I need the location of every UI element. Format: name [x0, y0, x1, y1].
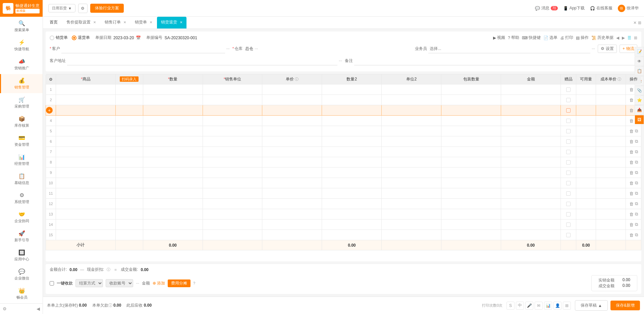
unit2-input[interactable] — [382, 230, 441, 240]
amount-cell[interactable] — [501, 219, 561, 230]
unit-cell[interactable] — [203, 209, 262, 219]
delete-row-icon[interactable]: 🗑 — [629, 108, 634, 113]
quantity-cell[interactable] — [143, 105, 203, 116]
unit-price-input[interactable] — [262, 136, 322, 146]
history-btn[interactable]: 📜 历史单据 — [591, 35, 613, 41]
amount-input[interactable] — [501, 168, 560, 178]
gift-checkbox[interactable] — [566, 191, 571, 196]
amount-cell[interactable] — [501, 168, 561, 178]
unit2-cell[interactable] — [382, 178, 441, 188]
qty2-cell[interactable] — [322, 116, 382, 126]
product-input[interactable] — [56, 219, 115, 230]
product-cell[interactable] — [56, 219, 116, 230]
unit2-input[interactable] — [382, 136, 441, 146]
copy-row-icon[interactable]: ⧉ — [635, 222, 638, 227]
amount-cell[interactable] — [501, 199, 561, 209]
toolbar-icon-7[interactable]: ⊞ — [563, 302, 571, 310]
unit-input[interactable] — [203, 116, 262, 126]
side-icon-5[interactable]: 📎 — [635, 86, 644, 95]
amount-input[interactable] — [501, 84, 560, 95]
qty2-input[interactable] — [322, 157, 381, 167]
copy-row-icon[interactable]: ⧉ — [635, 191, 638, 196]
unit2-input[interactable] — [382, 116, 441, 126]
sidebar-item-basic[interactable]: 📋 基础信息 — [0, 170, 43, 189]
pack-qty-cell[interactable] — [441, 147, 501, 157]
unit2-cell[interactable] — [382, 199, 441, 209]
unit2-cell[interactable] — [382, 116, 441, 126]
unit2-cell[interactable] — [382, 157, 441, 168]
tab-price-setting[interactable]: 售价提取设置 ✕ — [62, 17, 100, 28]
quantity-cell[interactable] — [143, 126, 203, 136]
delete-row-icon[interactable]: 🗑 — [629, 149, 634, 154]
sidebar-item-inventory[interactable]: 📦 库存核算 — [0, 112, 43, 131]
delete-row-icon[interactable]: 🗑 — [629, 191, 634, 196]
gift-checkbox[interactable] — [566, 212, 571, 216]
gift-checkbox[interactable] — [566, 87, 571, 92]
product-cell[interactable] — [56, 188, 116, 199]
qty2-input[interactable] — [322, 168, 381, 178]
unit2-cell[interactable] — [382, 126, 441, 136]
tab-expand[interactable]: ⊞ — [638, 20, 641, 25]
unit-price-cell[interactable] — [262, 188, 322, 199]
qty2-cell[interactable] — [322, 157, 382, 168]
qty2-cell[interactable] — [322, 230, 382, 240]
qty2-input[interactable] — [322, 105, 381, 115]
toolbar-icon-4[interactable]: ✉ — [535, 302, 543, 310]
industry-selector[interactable]: 日用百货 ▼ — [48, 4, 75, 12]
unit2-cell[interactable] — [382, 188, 441, 199]
amount-input[interactable] — [501, 116, 560, 126]
unit2-input[interactable] — [382, 219, 441, 230]
product-cell[interactable] — [56, 136, 116, 147]
account-picker[interactable]: ··· — [136, 281, 139, 286]
unit-price-cell[interactable] — [262, 136, 322, 147]
pack-qty-cell[interactable] — [441, 157, 501, 168]
save-draft-btn[interactable]: 保存草稿 ▲ — [575, 300, 608, 311]
unit-cell[interactable] — [203, 84, 262, 95]
product-input[interactable] — [56, 126, 115, 136]
product-cell[interactable] — [56, 157, 116, 168]
qty2-input[interactable] — [322, 219, 381, 230]
toolbar-icon-3[interactable]: 🎤 — [525, 302, 533, 310]
unit-input[interactable] — [203, 230, 262, 240]
collapse-icon[interactable]: ◀ — [37, 306, 40, 311]
unit-input[interactable] — [203, 84, 262, 95]
gift-checkbox[interactable] — [566, 223, 571, 227]
qty2-cell[interactable] — [322, 105, 382, 116]
product-input[interactable] — [56, 136, 115, 146]
quantity-cell[interactable] — [143, 209, 203, 219]
unit-input[interactable] — [203, 95, 262, 105]
gift-cell[interactable] — [561, 199, 576, 209]
unit-price-cell[interactable] — [262, 105, 322, 116]
product-cell[interactable] — [56, 105, 116, 116]
quantity-cell[interactable] — [143, 188, 203, 199]
quantity-cell[interactable] — [143, 157, 203, 168]
product-input[interactable] — [56, 157, 115, 167]
unit-cell[interactable] — [203, 178, 262, 188]
qty2-input[interactable] — [322, 126, 381, 136]
copy-row-icon[interactable]: ⧉ — [635, 232, 638, 238]
unit-cell[interactable] — [203, 230, 262, 240]
select-btn[interactable]: 📄 选单 — [543, 35, 557, 41]
sidebar-item-member[interactable]: 👑 畅会员 — [0, 284, 43, 303]
quantity-cell[interactable] — [143, 136, 203, 147]
gift-cell[interactable] — [561, 136, 576, 147]
unit2-input[interactable] — [382, 209, 441, 219]
tab-close-sales-return[interactable]: ✕ — [180, 20, 182, 24]
pack-qty-cell[interactable] — [441, 105, 501, 116]
amount-cell[interactable] — [501, 126, 561, 136]
pack-qty-input[interactable] — [441, 136, 501, 146]
unit-price-cell[interactable] — [262, 126, 322, 136]
pack-qty-input[interactable] — [441, 126, 501, 136]
tab-sales-delivery[interactable]: 销货单 ✕ — [131, 17, 156, 28]
delete-row-icon[interactable]: 🗑 — [629, 233, 634, 238]
tab-close-price-setting[interactable]: ✕ — [93, 20, 96, 24]
tab-close-sales-order[interactable]: ✕ — [123, 20, 126, 24]
sidebar-item-search[interactable]: 🔍 搜索菜单 — [0, 17, 43, 36]
amount-input[interactable] — [501, 95, 560, 105]
quantity-input[interactable] — [143, 95, 203, 105]
delete-row-icon[interactable]: 🗑 — [629, 118, 634, 123]
quantity-input[interactable] — [143, 188, 203, 198]
side-icon-8[interactable]: 🖼 — [635, 115, 644, 124]
gift-checkbox[interactable] — [566, 129, 571, 133]
pack-qty-cell[interactable] — [441, 136, 501, 147]
